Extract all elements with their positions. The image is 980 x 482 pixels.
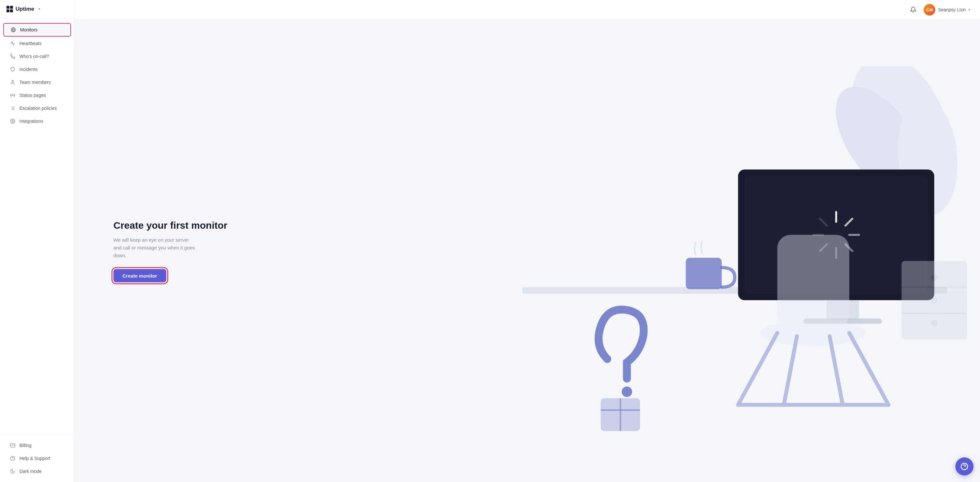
circle-question-icon xyxy=(10,455,16,461)
svg-line-34 xyxy=(738,333,777,404)
page-description: We will keep an eye on your server and c… xyxy=(113,236,198,259)
sidebar: Uptime ▾ Monitors Heartbeats xyxy=(0,0,75,482)
page-heading: Create your first monitor xyxy=(113,220,228,231)
logo-icon xyxy=(6,6,13,12)
sidebar-logo[interactable]: Uptime ▾ xyxy=(0,0,74,19)
sidebar-item-dark-mode[interactable]: Dark mode xyxy=(3,465,71,477)
list-icon xyxy=(10,105,16,111)
notifications-bell-button[interactable] xyxy=(907,4,919,16)
svg-line-38 xyxy=(830,336,843,405)
gear-icon xyxy=(10,118,16,124)
svg-rect-11 xyxy=(10,444,15,447)
main-empty-state-area: Create your first monitor We will keep a… xyxy=(75,20,980,482)
logo-squares-icon xyxy=(6,6,13,12)
sidebar-item-label: Incidents xyxy=(19,67,38,72)
topbar: CM Seanpsy Lton ▾ xyxy=(75,0,980,20)
sidebar-item-integrations[interactable]: Integrations xyxy=(3,115,71,127)
logo-chevron-icon: ▾ xyxy=(38,7,40,11)
shield-icon xyxy=(10,67,16,72)
sidebar-item-label: Monitors xyxy=(20,27,38,32)
sidebar-nav: Monitors Heartbeats Who's on-call? xyxy=(0,19,74,434)
svg-point-48 xyxy=(931,297,937,303)
sidebar-item-whos-on-call[interactable]: Who's on-call? xyxy=(3,50,71,62)
svg-point-2 xyxy=(12,80,13,82)
svg-point-10 xyxy=(12,121,13,122)
svg-point-49 xyxy=(931,320,937,326)
globe-icon xyxy=(10,27,16,33)
empty-state: Create your first monitor We will keep a… xyxy=(113,220,228,282)
sidebar-item-team-members[interactable]: Team members xyxy=(3,76,71,89)
sidebar-item-label: Escalation policies xyxy=(19,106,57,111)
card-icon xyxy=(10,442,16,448)
moon-icon xyxy=(10,468,16,474)
sidebar-bottom: Billing Help & Support Dark mode xyxy=(0,434,74,482)
svg-rect-39 xyxy=(686,257,722,289)
sidebar-item-status-pages[interactable]: Status pages xyxy=(3,89,71,101)
sidebar-item-incidents[interactable]: Incidents xyxy=(3,63,71,76)
sidebar-item-label: Status pages xyxy=(19,93,46,98)
activity-icon xyxy=(10,41,16,46)
user-menu[interactable]: CM Seanpsy Lton ▾ xyxy=(924,4,970,16)
sidebar-item-monitors[interactable]: Monitors xyxy=(3,23,71,36)
create-monitor-button[interactable]: Create monitor xyxy=(113,269,166,282)
sidebar-item-label: Billing xyxy=(19,443,32,448)
sidebar-item-label: Dark mode xyxy=(19,469,41,474)
sidebar-item-label: Integrations xyxy=(19,119,43,124)
svg-line-37 xyxy=(784,336,797,405)
broadcast-icon xyxy=(10,92,16,98)
svg-point-3 xyxy=(12,95,13,96)
sidebar-item-label: Help & Support xyxy=(19,456,50,461)
person-icon xyxy=(10,79,16,85)
illustration xyxy=(391,66,980,482)
user-name: Seanpsy Lton xyxy=(938,7,966,12)
main-content: CM Seanpsy Lton ▾ Create your first moni… xyxy=(75,0,980,482)
svg-line-35 xyxy=(849,333,888,404)
fab-button[interactable] xyxy=(955,457,974,476)
sidebar-item-label: Team members xyxy=(19,80,51,85)
svg-point-40 xyxy=(622,387,632,397)
sidebar-item-escalation-policies[interactable]: Escalation policies xyxy=(3,102,71,114)
sidebar-item-help-support[interactable]: Help & Support xyxy=(3,452,71,465)
logo-text: Uptime xyxy=(16,6,34,12)
svg-rect-32 xyxy=(777,235,849,327)
avatar: CM xyxy=(924,4,935,16)
sidebar-item-label: Who's on-call? xyxy=(19,54,49,59)
sidebar-item-heartbeats[interactable]: Heartbeats xyxy=(3,37,71,49)
chevron-down-icon: ▾ xyxy=(968,8,970,12)
phone-icon xyxy=(10,54,16,59)
svg-point-47 xyxy=(931,274,937,281)
sidebar-item-label: Heartbeats xyxy=(19,41,41,46)
sidebar-item-billing[interactable]: Billing xyxy=(3,439,71,452)
